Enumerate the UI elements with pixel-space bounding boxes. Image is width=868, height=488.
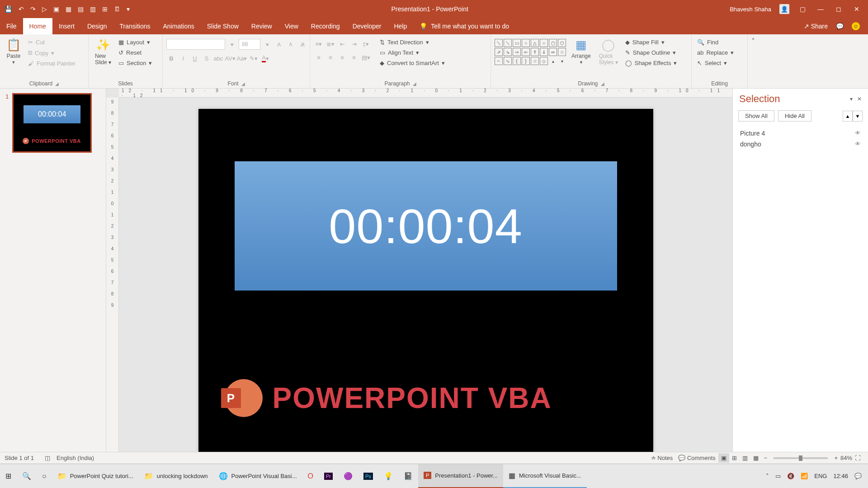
move-up-icon[interactable]: ▲ xyxy=(843,111,853,122)
fit-to-window-icon[interactable]: ⛶ xyxy=(852,455,863,461)
save-icon[interactable]: 💾 xyxy=(5,5,12,13)
notes-button[interactable]: ≐ Notes xyxy=(648,455,676,461)
quick-styles-button[interactable]: ◯ QuickStyles ▾ xyxy=(596,36,621,67)
slideshow-view-icon[interactable]: ▦ xyxy=(750,455,761,461)
strike-icon[interactable]: abc xyxy=(213,53,223,63)
comments-button[interactable]: 💬 Comments xyxy=(675,455,718,461)
redo-icon[interactable]: ↷ xyxy=(30,5,36,13)
qat-icon[interactable]: ▥ xyxy=(90,5,96,13)
shape-fill-button[interactable]: ◆Shape Fill ▾ xyxy=(623,38,679,47)
dialog-launcher-icon[interactable]: ◢ xyxy=(413,81,416,86)
text-direction-button[interactable]: ⇅Text Direction ▾ xyxy=(378,38,447,47)
taskbar-item[interactable]: 📓 xyxy=(398,464,418,488)
layout-button[interactable]: ▦Layout ▾ xyxy=(117,38,154,47)
dialog-launcher-icon[interactable]: ◢ xyxy=(241,81,245,86)
shape-outline-button[interactable]: ✎Shape Outline ▾ xyxy=(623,48,679,57)
tab-slideshow[interactable]: Slide Show xyxy=(201,18,245,34)
shadow-icon[interactable]: S xyxy=(202,53,212,63)
cut-button[interactable]: ✂Cut xyxy=(26,38,77,47)
format-painter-button[interactable]: 🖌Format Painter xyxy=(26,59,77,68)
normal-view-icon[interactable]: ▣ xyxy=(718,453,729,463)
tab-transitions[interactable]: Transitions xyxy=(113,18,157,34)
tab-insert[interactable]: Insert xyxy=(52,18,81,34)
section-button[interactable]: ▭Section ▾ xyxy=(117,59,154,67)
language[interactable]: English (India) xyxy=(57,455,94,461)
search-button[interactable]: 🔍 xyxy=(17,464,37,488)
comments-icon[interactable]: 💬 xyxy=(836,23,844,30)
chevron-down-icon[interactable]: ▾ xyxy=(227,39,237,49)
qat-icon[interactable]: 🗓 xyxy=(114,5,120,13)
slide-thumbnail-panel[interactable]: 1 00:00:04 P POWERPOINT VBA xyxy=(0,89,106,464)
tray-language[interactable]: ENG xyxy=(814,473,827,479)
select-button[interactable]: ↖Select ▾ xyxy=(695,59,736,67)
tab-review[interactable]: Review xyxy=(245,18,278,34)
start-button[interactable]: ⊞ xyxy=(0,464,17,488)
tab-animations[interactable]: Animations xyxy=(156,18,200,34)
reset-button[interactable]: ↺Reset xyxy=(117,48,154,57)
taskbar-item[interactable]: Ps xyxy=(358,464,378,488)
align-center-icon[interactable]: ≡ xyxy=(326,52,335,62)
chevron-down-icon[interactable]: ▾ xyxy=(262,39,272,49)
taskbar-item[interactable]: 📁unlocking lockdown xyxy=(139,464,213,488)
new-slide-button[interactable]: ✨ NewSlide ▾ xyxy=(92,36,114,67)
zoom-slider[interactable] xyxy=(774,457,828,459)
italic-icon[interactable]: I xyxy=(178,53,188,63)
tab-design[interactable]: Design xyxy=(81,18,113,34)
replace-button[interactable]: abReplace ▾ xyxy=(695,48,736,57)
slide-sorter-icon[interactable]: ⊞ xyxy=(729,455,740,461)
tab-developer[interactable]: Developer xyxy=(346,18,388,34)
notifications-icon[interactable]: 💬 xyxy=(854,473,862,479)
qat-icon[interactable]: ▣ xyxy=(53,5,59,13)
share-button[interactable]: ↗ Share xyxy=(804,23,828,30)
line-spacing-icon[interactable]: ‡▾ xyxy=(361,39,371,49)
increase-font-icon[interactable]: A xyxy=(274,39,284,49)
spacing-icon[interactable]: AV▾ xyxy=(225,53,235,63)
selection-item[interactable]: dongho 👁 xyxy=(739,139,862,150)
pane-close-icon[interactable]: ✕ xyxy=(857,96,862,102)
minimize-icon[interactable]: — xyxy=(816,5,826,13)
tab-file[interactable]: File xyxy=(0,18,23,34)
align-text-button[interactable]: ▭Align Text ▾ xyxy=(378,48,447,57)
dialog-launcher-icon[interactable]: ◢ xyxy=(601,81,604,86)
timer-shape[interactable]: 00:00:04 xyxy=(235,161,617,291)
tab-recording[interactable]: Recording xyxy=(305,18,346,34)
find-button[interactable]: 🔍Find xyxy=(695,38,736,47)
font-color-icon[interactable]: A▾ xyxy=(260,53,270,63)
shape-effects-button[interactable]: ◯Shape Effects ▾ xyxy=(623,59,679,67)
taskbar-item[interactable]: ▦Microsoft Visual Basic... xyxy=(503,464,587,488)
underline-icon[interactable]: U xyxy=(190,53,200,63)
accessibility-icon[interactable]: ◫ xyxy=(42,455,53,461)
qat-icon[interactable]: ▦ xyxy=(66,5,71,13)
undo-icon[interactable]: ↶ xyxy=(19,5,24,13)
visibility-toggle-icon[interactable]: 👁 xyxy=(855,141,861,148)
collapse-ribbon-icon[interactable]: ˄ xyxy=(748,34,759,88)
visibility-toggle-icon[interactable]: 👁 xyxy=(855,130,861,137)
highlight-icon[interactable]: ✎▾ xyxy=(249,53,259,63)
clear-formatting-icon[interactable]: A̷ xyxy=(297,39,307,49)
start-from-beginning-icon[interactable]: ▷ xyxy=(42,5,47,13)
volume-icon[interactable]: 🔇 xyxy=(787,473,794,479)
user-avatar-icon[interactable]: 👤 xyxy=(779,4,789,14)
taskbar-item[interactable]: O xyxy=(302,464,319,488)
tab-view[interactable]: View xyxy=(278,18,305,34)
zoom-level[interactable]: 84% xyxy=(840,455,852,461)
qat-more-icon[interactable]: ▾ xyxy=(127,5,130,13)
bullets-icon[interactable]: ≡▾ xyxy=(314,39,324,49)
slide-count[interactable]: Slide 1 of 1 xyxy=(5,455,34,461)
wifi-icon[interactable]: 📶 xyxy=(801,473,808,479)
taskbar-item[interactable]: Pr xyxy=(319,464,338,488)
hide-all-button[interactable]: Hide All xyxy=(778,110,811,122)
taskbar-item-active[interactable]: PPresentation1 - Power... xyxy=(418,464,503,488)
maximize-icon[interactable]: ◻ xyxy=(834,5,844,13)
decrease-indent-icon[interactable]: ⇤ xyxy=(337,39,347,49)
decrease-font-icon[interactable]: A xyxy=(286,39,296,49)
horizontal-ruler[interactable]: 12 · 11 · 10 · 9 · 8 · 7 · 6 · 5 · 4 · 3… xyxy=(119,89,732,98)
shapes-gallery[interactable]: ＼＼▭○△○▢⬡ ⇗⇘⇒⇐⇑⇓⇔☆ ～∿{}☆◇▴▾ xyxy=(495,39,566,65)
reading-view-icon[interactable]: ▥ xyxy=(740,455,750,461)
tray-clock[interactable]: 12:46 xyxy=(833,473,848,479)
copy-button[interactable]: ⧉Copy ▾ xyxy=(26,48,77,57)
selection-item[interactable]: Picture 4 👁 xyxy=(739,128,862,139)
tab-home[interactable]: Home xyxy=(23,18,52,34)
case-icon[interactable]: Aa▾ xyxy=(237,53,247,63)
font-name-input[interactable] xyxy=(166,39,225,50)
